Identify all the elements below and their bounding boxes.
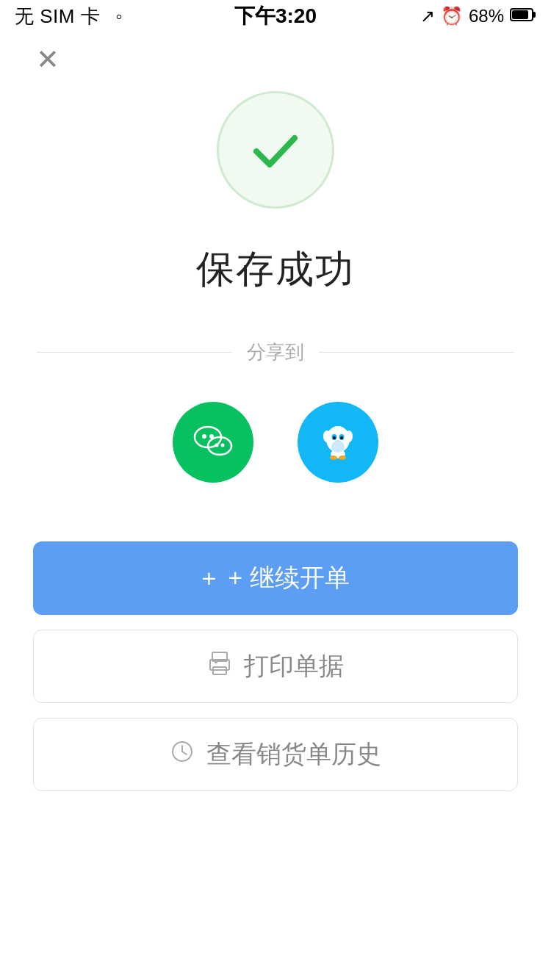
main-content: 保存成功 分享到: [0, 32, 551, 791]
print-label: 打印单据: [244, 649, 344, 683]
plus-icon: +: [201, 564, 216, 593]
battery-label: 68%: [469, 6, 504, 26]
close-button[interactable]: ✕: [29, 41, 66, 78]
svg-point-16: [340, 436, 343, 439]
svg-point-8: [221, 444, 225, 447]
svg-line-27: [182, 752, 187, 754]
wechat-share-button[interactable]: [173, 402, 253, 483]
success-title: 保存成功: [196, 244, 355, 295]
status-left: 无 SIM 卡 ◦: [15, 4, 123, 29]
continue-label: + 继续开单: [228, 561, 349, 595]
svg-point-7: [215, 444, 219, 447]
svg-point-4: [208, 437, 231, 455]
svg-point-11: [323, 430, 331, 442]
svg-point-5: [202, 434, 206, 439]
svg-point-15: [333, 436, 336, 439]
qq-icon: [316, 420, 360, 464]
status-bar: 无 SIM 卡 ◦ 下午3:20 ↗ ⏰ 68%: [0, 0, 551, 32]
svg-point-18: [331, 441, 345, 453]
status-time: 下午3:20: [234, 2, 317, 30]
location-icon: ↗: [420, 6, 435, 26]
success-circle: [217, 91, 334, 209]
share-label: 分享到: [232, 339, 319, 365]
qq-share-button[interactable]: [298, 402, 378, 483]
battery-icon: [510, 6, 536, 26]
checkmark-icon: [246, 120, 305, 179]
close-icon: ✕: [36, 46, 60, 73]
svg-point-12: [345, 430, 353, 442]
svg-rect-2: [512, 10, 528, 19]
history-button[interactable]: 查看销货单历史: [33, 718, 518, 791]
svg-point-20: [339, 455, 346, 460]
divider-line-right: [319, 352, 514, 353]
wechat-icon: [190, 422, 236, 462]
printer-icon: [207, 651, 232, 682]
alarm-icon: ⏰: [441, 6, 463, 26]
status-right: ↗ ⏰ 68%: [420, 6, 536, 26]
action-buttons: + + 继续开单 打印单据: [33, 541, 518, 791]
svg-point-6: [209, 434, 214, 439]
clock-icon: [170, 739, 195, 770]
svg-rect-1: [533, 12, 536, 18]
history-label: 查看销货单历史: [206, 738, 381, 771]
share-divider: 分享到: [0, 339, 551, 365]
continue-button[interactable]: + + 继续开单: [33, 541, 518, 615]
print-button[interactable]: 打印单据: [33, 630, 518, 703]
svg-point-19: [330, 455, 337, 460]
share-row: [173, 402, 378, 483]
divider-line-left: [37, 352, 232, 353]
svg-rect-24: [215, 661, 217, 663]
